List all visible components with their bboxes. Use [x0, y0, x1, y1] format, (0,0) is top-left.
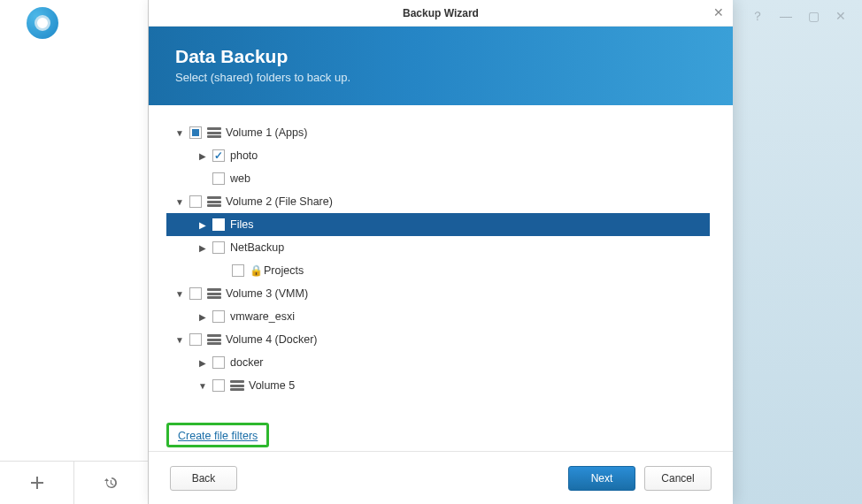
tree-item-label: NetBackup — [230, 241, 284, 254]
maximize-icon[interactable]: ▢ — [808, 9, 820, 25]
expand-icon[interactable]: ▶ — [198, 243, 207, 253]
checkbox[interactable] — [212, 356, 225, 369]
tree-row[interactable]: ▶NetBackup — [166, 236, 710, 259]
dialog-title: Backup Wizard — [403, 7, 479, 19]
tree-item-label: Projects — [264, 264, 304, 277]
create-file-filters-highlight: Create file filters — [166, 423, 269, 447]
create-file-filters-link[interactable]: Create file filters — [178, 430, 258, 442]
wizard-header: Data Backup Select (shared) folders to b… — [149, 27, 733, 105]
tree-row[interactable]: ▼Volume 3 (VMM) — [166, 282, 710, 305]
plus-icon — [28, 474, 46, 492]
collapse-icon[interactable]: ▼ — [198, 381, 207, 391]
expand-icon[interactable]: ▶ — [198, 358, 207, 368]
page-title: Data Backup — [175, 46, 706, 67]
tree-item-label: vmware_esxi — [230, 310, 295, 323]
checkbox[interactable] — [212, 218, 225, 231]
wizard-footer: Back Next Cancel — [149, 451, 733, 504]
volume-icon — [207, 196, 221, 207]
tree-row[interactable]: ▶Files — [166, 213, 710, 236]
lock-icon: 🔒 — [250, 264, 260, 277]
tree-item-label: Volume 5 — [249, 379, 295, 392]
checkbox[interactable] — [189, 126, 202, 139]
parent-window-controls: ？ — ▢ ✕ — [751, 9, 846, 25]
pin-icon[interactable]: ？ — [751, 9, 764, 25]
dialog-titlebar[interactable]: Backup Wizard ✕ — [149, 0, 733, 27]
next-button[interactable]: Next — [568, 466, 635, 491]
dialog-close-button[interactable]: ✕ — [713, 5, 724, 19]
history-button[interactable] — [74, 462, 148, 504]
volume-icon — [230, 380, 244, 391]
tree-row[interactable]: ▶photo — [166, 144, 710, 167]
sidebar-bottom-toolbar — [0, 461, 148, 504]
tree-item-label: Files — [230, 218, 253, 231]
checkbox[interactable] — [212, 310, 225, 323]
volume-icon — [207, 334, 221, 345]
tree-item-label: Volume 3 (VMM) — [226, 287, 308, 300]
expand-icon[interactable]: ▶ — [198, 312, 207, 322]
collapse-icon[interactable]: ▼ — [175, 335, 184, 345]
tree-row[interactable]: ▼Volume 2 (File Share) — [166, 190, 710, 213]
checkbox[interactable] — [189, 195, 202, 208]
expand-icon[interactable]: ▶ — [198, 220, 207, 230]
page-subtitle: Select (shared) folders to back up. — [175, 71, 706, 84]
collapse-icon[interactable]: ▼ — [175, 128, 184, 138]
tree-item-label: docker — [230, 356, 264, 369]
tree-item-label: Volume 2 (File Share) — [226, 195, 333, 208]
tree-row[interactable]: ▼Volume 1 (Apps) — [166, 121, 710, 144]
add-task-button[interactable] — [0, 462, 74, 504]
tree-row[interactable]: ▶vmware_esxi — [166, 305, 710, 328]
checkbox[interactable] — [189, 333, 202, 346]
checkbox[interactable] — [212, 379, 225, 392]
backup-wizard-dialog: Backup Wizard ✕ Data Backup Select (shar… — [149, 0, 733, 504]
tree-item-label: web — [230, 172, 250, 185]
back-button[interactable]: Back — [170, 466, 237, 491]
checkbox[interactable] — [212, 149, 225, 162]
volume-icon — [207, 288, 221, 299]
collapse-icon[interactable]: ▼ — [175, 197, 184, 207]
collapse-icon[interactable]: ▼ — [175, 289, 184, 299]
wizard-body: ▼Volume 1 (Apps)▶photoweb▼Volume 2 (File… — [149, 105, 733, 451]
checkbox[interactable] — [189, 287, 202, 300]
tree-item-label: Volume 1 (Apps) — [226, 126, 307, 139]
tree-item-label: Volume 4 (Docker) — [226, 333, 318, 346]
tree-row[interactable]: ▼Volume 4 (Docker) — [166, 328, 710, 351]
checkbox[interactable] — [232, 264, 244, 277]
cancel-button[interactable]: Cancel — [644, 466, 712, 491]
checkbox[interactable] — [212, 172, 225, 185]
tree-item-label: photo — [230, 149, 258, 162]
parent-close-icon[interactable]: ✕ — [835, 9, 846, 25]
tree-row[interactable]: ▶docker — [166, 351, 710, 374]
app-logo-icon — [27, 7, 58, 39]
minimize-icon[interactable]: — — [780, 9, 792, 25]
tree-row[interactable]: ▼Volume 5 — [166, 374, 710, 397]
sidebar — [0, 0, 149, 504]
checkbox[interactable] — [212, 241, 225, 254]
history-icon — [103, 474, 120, 492]
tree-row[interactable]: web — [166, 167, 710, 190]
expand-icon[interactable]: ▶ — [198, 151, 207, 161]
folder-tree[interactable]: ▼Volume 1 (Apps)▶photoweb▼Volume 2 (File… — [166, 121, 715, 415]
volume-icon — [207, 127, 221, 138]
tree-row[interactable]: 🔒Projects — [166, 259, 710, 282]
